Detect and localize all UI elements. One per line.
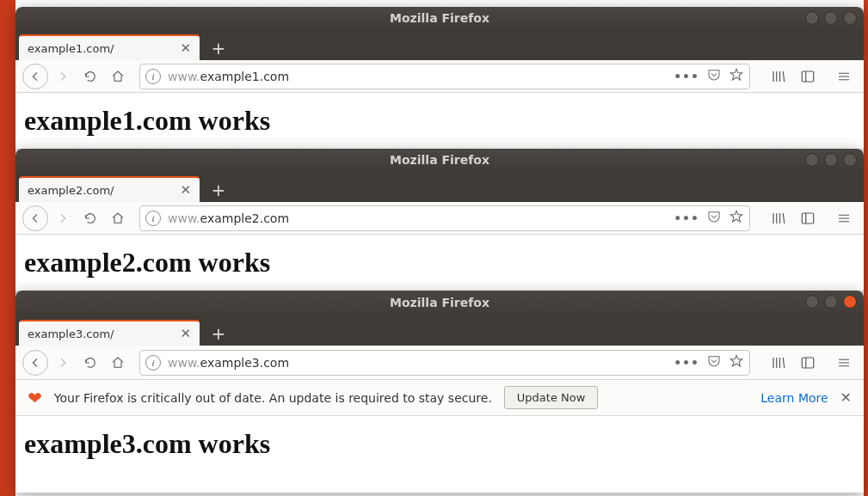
window-titlebar[interactable]: Mozilla Firefox bbox=[15, 7, 864, 29]
window-title: Mozilla Firefox bbox=[390, 296, 489, 309]
window-maximize-button[interactable] bbox=[824, 11, 838, 25]
address-bar[interactable]: i www.example1.com ••• bbox=[139, 64, 750, 89]
firefox-window-1: Mozilla Firefox example1.com/ ✕ + i www.… bbox=[15, 7, 864, 149]
library-icon[interactable] bbox=[766, 205, 791, 231]
home-button[interactable] bbox=[105, 64, 131, 89]
site-info-icon[interactable]: i bbox=[145, 211, 161, 226]
heartbeat-icon: ❤ bbox=[28, 388, 42, 408]
url-text: www.example1.com bbox=[168, 70, 674, 83]
window-titlebar[interactable]: Mozilla Firefox bbox=[15, 291, 864, 315]
svg-rect-1 bbox=[802, 213, 814, 224]
desktop-background-right bbox=[864, 0, 868, 496]
menu-icon[interactable] bbox=[831, 205, 857, 231]
home-button[interactable] bbox=[105, 350, 131, 376]
window-close-button[interactable] bbox=[843, 11, 857, 25]
window-minimize-button[interactable] bbox=[805, 153, 819, 167]
notification-close-icon[interactable]: ✕ bbox=[840, 389, 852, 406]
update-notification-bar: ❤ Your Firefox is critically out of date… bbox=[15, 380, 864, 416]
new-tab-button[interactable]: + bbox=[206, 178, 231, 202]
browser-tab[interactable]: example3.com/ ✕ bbox=[19, 320, 200, 346]
pocket-icon[interactable] bbox=[706, 209, 722, 227]
menu-icon[interactable] bbox=[831, 64, 857, 89]
bookmark-star-icon[interactable] bbox=[729, 353, 744, 371]
url-text: www.example2.com bbox=[168, 211, 674, 225]
forward-button bbox=[50, 350, 76, 376]
tab-label: example1.com/ bbox=[28, 42, 180, 55]
page-content: example3.com works bbox=[15, 416, 864, 493]
bookmark-star-icon[interactable] bbox=[729, 67, 744, 85]
update-now-button[interactable]: Update Now bbox=[504, 386, 599, 409]
page-actions-icon[interactable]: ••• bbox=[674, 70, 699, 83]
browser-tab[interactable]: example2.com/ ✕ bbox=[19, 176, 200, 202]
forward-button bbox=[50, 205, 76, 231]
site-info-icon[interactable]: i bbox=[145, 69, 161, 84]
address-bar[interactable]: i www.example3.com ••• bbox=[139, 350, 750, 376]
tab-label: example3.com/ bbox=[28, 328, 180, 340]
tab-label: example2.com/ bbox=[28, 184, 180, 197]
bookmark-star-icon[interactable] bbox=[729, 209, 744, 227]
window-maximize-button[interactable] bbox=[824, 153, 838, 167]
address-bar[interactable]: i www.example2.com ••• bbox=[139, 205, 750, 231]
svg-rect-2 bbox=[802, 358, 814, 368]
reload-button[interactable] bbox=[77, 350, 103, 376]
forward-button bbox=[50, 64, 76, 89]
reload-button[interactable] bbox=[77, 64, 103, 89]
notification-message: Your Firefox is critically out of date. … bbox=[54, 391, 492, 405]
firefox-window-2: Mozilla Firefox example2.com/ ✕ + i www.… bbox=[15, 149, 864, 291]
page-heading: example3.com works bbox=[24, 428, 855, 460]
sidebar-icon[interactable] bbox=[795, 64, 821, 89]
page-heading: example2.com works bbox=[24, 247, 855, 279]
nav-toolbar: i www.example2.com ••• bbox=[15, 202, 864, 235]
tab-close-icon[interactable]: ✕ bbox=[180, 326, 191, 341]
window-maximize-button[interactable] bbox=[824, 295, 838, 309]
new-tab-button[interactable]: + bbox=[206, 321, 231, 346]
pocket-icon[interactable] bbox=[706, 67, 722, 85]
learn-more-link[interactable]: Learn More bbox=[760, 391, 828, 405]
firefox-window-3: Mozilla Firefox example3.com/ ✕ + i www.… bbox=[15, 291, 864, 493]
browser-tab[interactable]: example1.com/ ✕ bbox=[19, 34, 200, 60]
window-close-button[interactable] bbox=[843, 295, 857, 309]
page-content: example1.com works bbox=[15, 93, 864, 149]
back-button[interactable] bbox=[22, 205, 48, 231]
tab-bar: example1.com/ ✕ + bbox=[15, 29, 864, 60]
window-minimize-button[interactable] bbox=[805, 11, 819, 25]
reload-button[interactable] bbox=[77, 205, 103, 231]
page-content: example2.com works bbox=[15, 235, 864, 291]
library-icon[interactable] bbox=[766, 350, 791, 376]
nav-toolbar: i www.example1.com ••• bbox=[15, 60, 864, 93]
window-title: Mozilla Firefox bbox=[390, 153, 489, 167]
window-titlebar[interactable]: Mozilla Firefox bbox=[15, 149, 864, 171]
window-title: Mozilla Firefox bbox=[390, 11, 489, 25]
back-button[interactable] bbox=[22, 64, 48, 89]
sidebar-icon[interactable] bbox=[795, 350, 821, 376]
window-minimize-button[interactable] bbox=[805, 295, 819, 309]
back-button[interactable] bbox=[22, 350, 48, 376]
page-heading: example1.com works bbox=[24, 105, 855, 137]
sidebar-icon[interactable] bbox=[795, 205, 821, 231]
nav-toolbar: i www.example3.com ••• bbox=[15, 346, 864, 380]
site-info-icon[interactable]: i bbox=[145, 355, 161, 370]
pocket-icon[interactable] bbox=[706, 353, 722, 371]
library-icon[interactable] bbox=[766, 64, 791, 89]
tab-close-icon[interactable]: ✕ bbox=[180, 182, 191, 198]
tab-bar: example3.com/ ✕ + bbox=[15, 315, 864, 346]
new-tab-button[interactable]: + bbox=[206, 36, 231, 60]
desktop-background-left bbox=[0, 0, 15, 496]
home-button[interactable] bbox=[105, 205, 131, 231]
page-actions-icon[interactable]: ••• bbox=[674, 211, 699, 225]
tab-close-icon[interactable]: ✕ bbox=[180, 40, 191, 56]
page-actions-icon[interactable]: ••• bbox=[674, 356, 699, 370]
window-close-button[interactable] bbox=[843, 153, 857, 167]
url-text: www.example3.com bbox=[168, 356, 674, 370]
svg-rect-0 bbox=[802, 71, 814, 82]
menu-icon[interactable] bbox=[831, 350, 857, 376]
tab-bar: example2.com/ ✕ + bbox=[15, 171, 864, 202]
